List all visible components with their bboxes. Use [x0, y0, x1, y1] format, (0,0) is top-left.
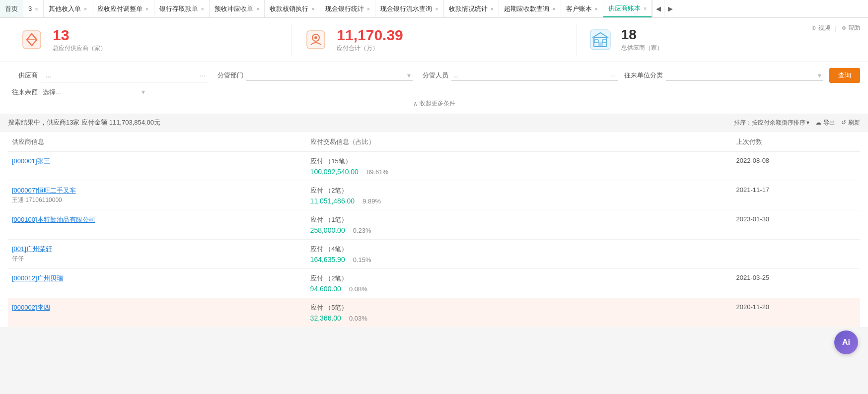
summary-number-payable-suppliers: 13	[53, 27, 106, 43]
nav-bank-deposit-close[interactable]: ×	[201, 6, 204, 12]
nav-item-other-income[interactable]: 其他收入单 ×	[44, 0, 92, 17]
nav-item-home[interactable]: 首页	[0, 0, 23, 17]
filter-item-person: 分管人员 ···	[419, 70, 618, 81]
table-row: [000100]本特勤油品有限公司应付 （1笔）258,000.000.23%2…	[8, 210, 860, 240]
table-cell-date-4: 2021-03-25	[732, 269, 860, 298]
filter-label-balance: 往来余额	[8, 88, 38, 97]
nav-item-advance-ar[interactable]: 预收冲应收单 ×	[210, 0, 265, 17]
filter-label-category: 往来单位分类	[624, 71, 663, 80]
supplier-name-link-5[interactable]: [000002]李四	[12, 304, 50, 311]
last-payment-date-4: 2021-03-25	[736, 274, 770, 281]
txn-pct-1: 9.89%	[362, 197, 381, 205]
th-last-payment-label: 上次付数	[736, 138, 762, 145]
nav-bank-deposit-label: 银行存取款单	[159, 4, 198, 13]
help-video-link[interactable]: ⊙ 视频	[811, 24, 830, 32]
nav-item-receipt-stats[interactable]: 收款情况统计 ×	[444, 0, 499, 17]
results-bar: 搜索结果中，供应商13家 应付金额 111,703,854.00元 排序：按应付…	[0, 114, 868, 131]
filter-label-dept: 分管部门	[214, 71, 243, 80]
sort-link[interactable]: 排序：按应付余额倒序排序 ▾	[734, 119, 809, 127]
txn-amount-3[interactable]: 164,635.90	[310, 256, 345, 263]
last-payment-date-2: 2023-01-30	[736, 215, 770, 223]
chevron-down-icon-sort: ▾	[806, 119, 809, 126]
chevron-down-icon-balance[interactable]: ▾	[142, 88, 145, 96]
filter-balance-select[interactable]	[43, 88, 142, 96]
table-cell-date-5: 2020-11-20	[732, 298, 860, 328]
txn-count-5: 应付 （5笔）	[310, 303, 728, 312]
txn-count-1: 应付 （2笔）	[310, 186, 728, 195]
nav-item-customer-ledger[interactable]: 客户账本 ×	[561, 0, 603, 17]
filter-person-input[interactable]	[453, 71, 610, 79]
filter-row-2: 往来余额 ▾	[8, 87, 860, 97]
nav-receipt-stats-label: 收款情况统计	[449, 4, 488, 13]
txn-amount-5[interactable]: 32,366.00	[310, 314, 341, 322]
nav-overdue-ar-label: 超期应收款查询	[504, 4, 549, 13]
nav-customer-ledger-close[interactable]: ×	[595, 6, 598, 12]
supplier-name-link-1[interactable]: [000007]恒旺二手叉车	[12, 187, 76, 194]
nav-cash-stats-close[interactable]: ×	[367, 6, 370, 12]
filter-supplier-dots-icon[interactable]: ···	[200, 71, 206, 79]
nav-advance-ar-close[interactable]: ×	[256, 6, 259, 12]
filter-category-input[interactable]	[668, 71, 818, 79]
nav-receipt-stats-close[interactable]: ×	[491, 6, 494, 12]
help-link[interactable]: ⊙ 帮助	[842, 24, 860, 32]
table-row: [000012]广州贝瑞应付 （2笔）94,600.000.08%2021-03…	[8, 269, 860, 298]
th-last-payment: 上次付数	[732, 131, 860, 152]
nav-other-income-close[interactable]: ×	[84, 6, 87, 12]
table-row: [001]广州荣轩仔仔应付 （4笔）164,635.900.15%	[8, 240, 860, 269]
nav-ar-ap-adj-close[interactable]: ×	[145, 6, 148, 12]
summary-text-payable-amount: 11,170.39 应付合计（万）	[337, 27, 403, 53]
filter-supplier-input[interactable]	[43, 69, 200, 81]
nav-item-cash-flow[interactable]: 现金银行流水查询 ×	[375, 0, 443, 17]
nav-supplier-ledger-close[interactable]: ×	[644, 5, 647, 11]
filter-item-category: 往来单位分类 ▾	[624, 70, 824, 81]
nav-overdue-ar-close[interactable]: ×	[552, 6, 555, 12]
nav-home-label: 首页	[5, 4, 18, 13]
search-button[interactable]: 查询	[829, 68, 860, 83]
filter-supplier-input-wrapper[interactable]: ···	[41, 68, 208, 82]
supplier-name-link-2[interactable]: [000100]本特勤油品有限公司	[12, 216, 95, 223]
supplier-name-link-3[interactable]: [001]广州荣轩	[12, 245, 52, 253]
filter-category-input-wrapper[interactable]: ▾	[666, 70, 824, 81]
nav-item-overdue-ar[interactable]: 超期应收款查询 ×	[499, 0, 561, 17]
txn-amount-4[interactable]: 94,600.00	[310, 285, 341, 293]
filter-person-input-wrapper[interactable]: ···	[451, 70, 618, 81]
txn-amount-1[interactable]: 11,051,486.00	[310, 197, 355, 205]
chevron-down-icon-dept[interactable]: ▾	[407, 71, 411, 79]
filter-dept-input[interactable]	[248, 71, 408, 79]
nav-item-supplier-ledger[interactable]: 供应商账本 ×	[603, 0, 652, 17]
txn-amount-0[interactable]: 100,092,540.00	[310, 168, 359, 176]
nav-item-receipt-verify[interactable]: 收款核销执行 ×	[265, 0, 320, 17]
collapse-button[interactable]: ∧ 收起更多条件	[407, 97, 461, 110]
export-label: 导出	[823, 119, 835, 127]
refresh-link[interactable]: ↺ 刷新	[841, 119, 860, 127]
nav-arrow-left[interactable]: ◀	[652, 0, 664, 18]
supplier-table: 供应商信息 应付交易信息（占比） 上次付数 [000001]张三应付 （15笔）…	[8, 131, 860, 327]
chevron-down-icon-category[interactable]: ▾	[818, 71, 821, 79]
nav-tab3-close[interactable]: ×	[35, 6, 38, 12]
supplier-name-link-0[interactable]: [000001]张三	[12, 157, 50, 165]
nav-item-bank-deposit[interactable]: 银行存取款单 ×	[154, 0, 210, 17]
txn-pct-0: 89.61%	[366, 168, 388, 176]
summary-item-payable-suppliers: 13 总应付供应商（家）	[8, 24, 292, 56]
th-supplier-info: 供应商信息	[8, 131, 306, 152]
nav-receipt-verify-close[interactable]: ×	[311, 6, 314, 12]
nav-cash-flow-close[interactable]: ×	[435, 6, 438, 12]
filter-area: 供应商 ··· 分管部门 ▾ 分管人员 ··· 往来单位分类	[0, 62, 868, 114]
txn-amount-2[interactable]: 258,000.00	[310, 226, 345, 234]
filter-dept-input-wrapper[interactable]: ▾	[246, 70, 413, 81]
nav-arrow-right[interactable]: ▶	[664, 0, 676, 18]
table-cell-date-3	[732, 240, 860, 269]
export-link[interactable]: ☁ 导出	[815, 119, 835, 127]
filter-person-dots-icon[interactable]: ···	[610, 71, 616, 79]
filter-balance-input-wrapper[interactable]: ▾	[41, 87, 147, 97]
nav-item-cash-stats[interactable]: 现金银行统计 ×	[320, 0, 375, 17]
nav-item-tab3[interactable]: 3 ×	[23, 0, 44, 17]
nav-customer-ledger-label: 客户账本	[566, 4, 592, 13]
nav-item-ar-ap-adj[interactable]: 应收应付调整单 ×	[92, 0, 154, 17]
supplier-name-link-4[interactable]: [000012]广州贝瑞	[12, 274, 63, 282]
table-container: 供应商信息 应付交易信息（占比） 上次付数 [000001]张三应付 （15笔）…	[0, 131, 868, 327]
table-cell-transaction-2: 应付 （1笔）258,000.000.23%	[306, 210, 732, 240]
txn-count-4: 应付 （2笔）	[310, 274, 728, 283]
txn-pct-5: 0.03%	[349, 315, 367, 322]
table-cell-date-2: 2023-01-30	[732, 210, 860, 240]
